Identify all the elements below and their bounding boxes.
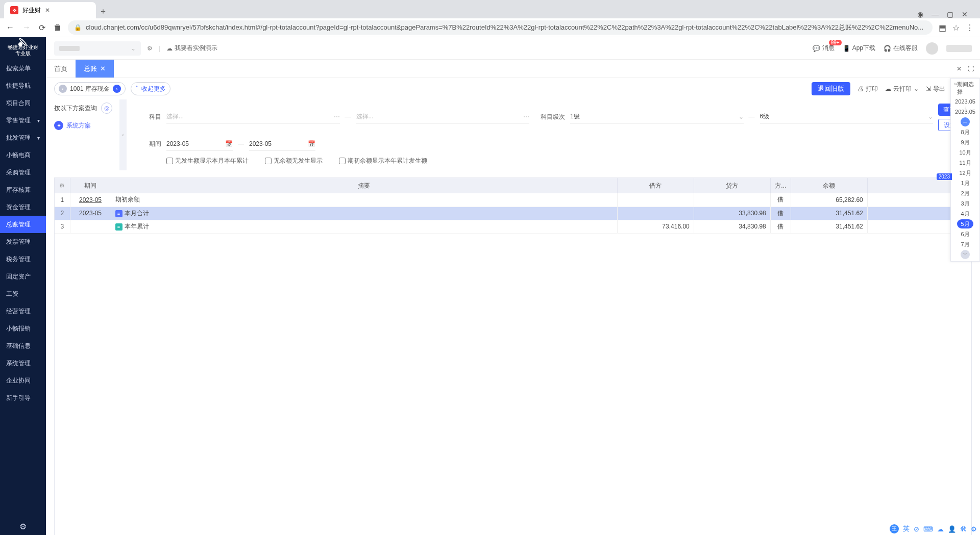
messages-link[interactable]: 💬 消息 99+ (813, 44, 835, 53)
close-icon[interactable]: ✕ (45, 7, 50, 14)
sidebar-item[interactable]: 企业协同 (0, 372, 46, 389)
sidebar-item[interactable]: 零售管理▾ (0, 112, 46, 129)
avatar[interactable] (926, 42, 938, 55)
tray-icon[interactable]: ⊘ (914, 525, 919, 533)
sidebar-item[interactable]: 税务管理 (0, 250, 46, 268)
back-old-button[interactable]: 退回旧版 (812, 82, 850, 95)
collapse-filter-icon[interactable]: ‹ (119, 99, 127, 170)
print-button[interactable]: 🖨打印 (857, 85, 878, 93)
sidebar-item[interactable]: 资金管理 (0, 198, 46, 216)
close-all-tabs-icon[interactable]: ✕ (957, 65, 962, 72)
more-icon[interactable]: ⋮ (966, 23, 974, 33)
collapse-more-button[interactable]: ˄ 收起更多 (131, 82, 170, 95)
favicon-icon: ❖ (10, 6, 18, 14)
month-option[interactable]: 1月 (957, 179, 973, 188)
support-link[interactable]: 🎧 在线客服 (884, 44, 918, 53)
checkbox-option[interactable]: 无余额无发生显示 (265, 157, 323, 165)
app-download-link[interactable]: 📱 App下载 (843, 44, 875, 53)
month-option[interactable]: 10月 (957, 148, 973, 157)
sidebar-item[interactable]: 快捷导航 (0, 77, 46, 94)
org-settings-icon[interactable]: ⚙ (147, 45, 153, 52)
sidebar-item[interactable]: 经营管理 (0, 302, 46, 320)
chevron-left-icon[interactable]: ‹ (59, 85, 67, 93)
sidebar-item[interactable]: 库存核算 (0, 181, 46, 198)
month-option[interactable]: 6月 (957, 230, 973, 239)
install-icon[interactable]: ⬒ (939, 23, 946, 33)
close-icon[interactable]: ✕ (100, 65, 106, 72)
checkbox[interactable] (265, 158, 272, 164)
sidebar-item[interactable]: 批发管理▾ (0, 129, 46, 146)
column-header: 方... (770, 178, 791, 193)
subject-to-select[interactable]: 选择...⋯ (356, 110, 530, 123)
tray-icon[interactable]: ⚙ (971, 525, 977, 533)
close-window-icon[interactable]: ✕ (962, 10, 968, 18)
subject-from-select[interactable]: 选择...⋯ (166, 110, 340, 123)
maximize-icon[interactable]: ▢ (947, 10, 953, 18)
org-selector[interactable]: ⌄ (54, 41, 141, 56)
account-icon[interactable]: ◉ (917, 10, 923, 18)
month-option[interactable]: 8月 (957, 128, 973, 137)
gear-icon[interactable]: ⚙ (55, 178, 70, 193)
tray-icon[interactable]: 英 (903, 524, 910, 533)
month-option[interactable]: 4月 (957, 209, 973, 218)
url-text: cloud.chanjet.com/cc/u6d89qwnryel/57bfsk… (86, 23, 926, 32)
month-option[interactable]: 9月 (957, 138, 973, 147)
reload-icon[interactable]: ⟳ (39, 23, 45, 33)
period-to-input[interactable]: 2023-05📅 (249, 137, 315, 150)
fullscreen-icon[interactable]: ⛶ (968, 65, 974, 72)
month-option[interactable]: 7月 (957, 240, 973, 249)
month-option[interactable]: 12月 (957, 168, 973, 177)
sidebar-item[interactable]: 工资 (0, 285, 46, 302)
export-button[interactable]: ⇲导出 (926, 85, 945, 93)
sidebar-item[interactable]: 采购管理 (0, 164, 46, 181)
month-option[interactable]: 2月 (957, 189, 973, 198)
sidebar-item[interactable]: 系统管理 (0, 354, 46, 372)
sidebar-item[interactable]: 固定资产 (0, 268, 46, 285)
tray-icon[interactable]: 🛠 (960, 525, 967, 533)
cloud-print-button[interactable]: ☁云打印⌄ (885, 85, 919, 93)
month-option[interactable]: 11月 (957, 158, 973, 167)
minimize-icon[interactable]: — (932, 10, 939, 18)
sidebar-item[interactable]: 小畅报销 (0, 320, 46, 337)
back-icon[interactable]: ← (6, 23, 14, 33)
month-option[interactable]: 3月 (957, 199, 973, 208)
checkbox-option[interactable]: 期初余额显示本年累计发生额 (339, 157, 427, 165)
month-option[interactable]: 5月 (957, 219, 973, 228)
browser-tab[interactable]: ❖ 好业财 ✕ (4, 2, 96, 18)
new-tab-button[interactable]: ＋ (96, 4, 110, 18)
ime-icon[interactable]: 王 (890, 524, 899, 533)
month-down-icon[interactable]: ﹀ (961, 250, 970, 259)
tab[interactable]: 总账✕ (76, 60, 114, 78)
level-from-select[interactable]: 1级⌄ (570, 110, 744, 123)
address-bar[interactable]: 🔒 cloud.chanjet.com/cc/u6d89qwnryel/57bf… (68, 20, 933, 35)
month-up-icon[interactable]: ︿ (961, 117, 970, 126)
sidebar-item[interactable]: 新手引导 (0, 389, 46, 406)
demo-link[interactable]: ☁ 我要看实例演示 (166, 44, 217, 53)
tray-icon[interactable]: ⌨ (923, 525, 933, 533)
sidebar-item[interactable]: 发票管理 (0, 233, 46, 250)
checkbox[interactable] (166, 158, 173, 164)
sidebar-item[interactable]: 项目合同 (0, 94, 46, 112)
trash-icon[interactable]: 🗑 (54, 23, 62, 33)
table-row[interactable]: 22023-05≡本月合计33,830.98借31,451.62 (55, 207, 971, 220)
table-row[interactable]: 3≡本年累计73,416.0034,830.98借31,451.62 (55, 220, 971, 233)
checkbox-option[interactable]: 无发生额显示本月本年累计 (166, 157, 249, 165)
sidebar-item[interactable]: 小畅电商 (0, 146, 46, 164)
checkbox[interactable] (339, 158, 346, 164)
tray-icon[interactable]: 👤 (948, 525, 956, 533)
settings-gear[interactable]: ⚙ (0, 517, 46, 535)
sidebar-item[interactable]: 搜索菜单 (0, 60, 46, 77)
chevron-right-icon[interactable]: › (113, 85, 121, 93)
tab[interactable]: 首页 (46, 60, 76, 78)
system-plan[interactable]: ✦ 系统方案 (54, 121, 115, 130)
forward-icon[interactable]: → (22, 23, 31, 33)
period-from-input[interactable]: 2023-05📅 (166, 137, 233, 150)
sidebar-item[interactable]: 总账管理 (0, 216, 46, 233)
tray-icon[interactable]: ☁ (937, 525, 944, 533)
table-row[interactable]: 12023-05期初余额借65,282.60 (55, 193, 971, 207)
sidebar-item[interactable]: 基础信息 (0, 337, 46, 354)
account-chip[interactable]: ‹ 1001 库存现金 › (54, 82, 126, 95)
target-icon[interactable]: ◎ (101, 103, 112, 114)
level-to-select[interactable]: 6级⌄ (760, 110, 934, 123)
star-icon[interactable]: ☆ (952, 23, 960, 33)
